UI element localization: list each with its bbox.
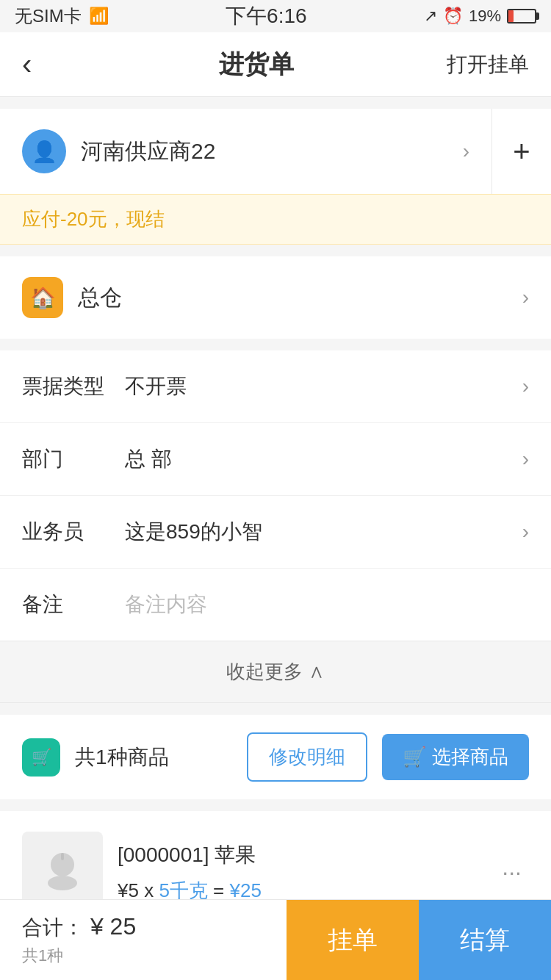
open-hang-button[interactable]: 打开挂单: [447, 51, 529, 79]
salesperson-value: 这是859的小智: [125, 518, 515, 546]
remark-placeholder: 备注内容: [125, 591, 529, 619]
nav-bar: ‹ 进货单 打开挂单: [0, 32, 551, 97]
supplier-avatar: 👤: [22, 129, 66, 173]
product-total: ¥25: [230, 879, 262, 901]
product-name: [0000001] 苹果: [118, 841, 480, 869]
warning-text: 应付-20元，现结: [22, 208, 165, 230]
warehouse-name: 总仓: [78, 283, 515, 313]
invoice-label: 票据类型: [22, 372, 110, 400]
main-content: 👤 河南供应商22 › + 应付-20元，现结 🏠 总仓 › 票据类型 不开票 …: [0, 97, 551, 980]
supplier-chevron-icon: ›: [463, 140, 469, 163]
back-button[interactable]: ‹: [22, 48, 66, 81]
edit-detail-button[interactable]: 修改明细: [247, 732, 367, 782]
status-time: 下午6:16: [226, 2, 307, 30]
products-header: 🛒 共1种商品 修改明细 🛒 选择商品: [0, 715, 551, 799]
warning-banner: 应付-20元，现结: [0, 194, 551, 245]
total-amount: 合计： ¥ 25: [22, 913, 264, 942]
product-unit-price: ¥5: [118, 879, 139, 901]
supplier-row[interactable]: 👤 河南供应商22 ›: [0, 109, 492, 194]
invoice-type-row[interactable]: 票据类型 不开票 ›: [0, 350, 551, 423]
products-count: 共1种商品: [75, 743, 232, 771]
product-thumb-icon: [33, 843, 92, 901]
bottom-total: 合计： ¥ 25 共1种: [0, 900, 287, 980]
battery-icon: [507, 9, 536, 24]
dept-label: 部门: [22, 445, 110, 473]
product-equals: =: [213, 879, 229, 901]
bottom-bar: 合计： ¥ 25 共1种 挂单 结算: [0, 899, 551, 980]
status-right: ↗ ⏰ 19%: [424, 7, 536, 26]
product-qty: 5千克: [159, 879, 207, 901]
collapse-label: 收起更多 ∧: [226, 659, 324, 685]
products-icon: 🛒: [22, 738, 60, 777]
warehouse-icon: 🏠: [22, 277, 63, 318]
total-count: 共1种: [22, 945, 264, 967]
svg-point-1: [48, 876, 77, 890]
product-more-button[interactable]: ···: [494, 851, 529, 893]
avatar-icon: 👤: [32, 140, 57, 164]
status-left: 无SIM卡 📶: [15, 4, 109, 28]
dept-row[interactable]: 部门 总 部 ›: [0, 423, 551, 496]
status-bar: 无SIM卡 📶 下午6:16 ↗ ⏰ 19%: [0, 0, 551, 32]
salesperson-chevron-icon: ›: [522, 520, 529, 544]
product-info: [0000001] 苹果 ¥5 x 5千克 = ¥25: [118, 841, 480, 904]
invoice-value: 不开票: [125, 372, 515, 400]
select-product-label: 选择商品: [432, 744, 508, 770]
battery-percent: 19%: [469, 7, 501, 26]
salesperson-label: 业务员: [22, 518, 110, 546]
remark-row[interactable]: 备注 备注内容: [0, 569, 551, 641]
wifi-icon: 📶: [89, 7, 109, 26]
divider-1: [0, 97, 551, 109]
supplier-name: 河南供应商22: [81, 137, 455, 167]
remark-label: 备注: [22, 591, 110, 619]
alarm-icon: ⏰: [443, 7, 463, 26]
total-value: ¥ 25: [90, 913, 136, 940]
carrier-label: 无SIM卡: [15, 4, 82, 28]
select-product-icon: 🛒: [403, 746, 426, 768]
add-supplier-button[interactable]: +: [492, 115, 551, 189]
total-label: 合计：: [22, 916, 84, 939]
hang-button[interactable]: 挂单: [287, 900, 419, 980]
supplier-section: 👤 河南供应商22 › +: [0, 109, 551, 194]
collapse-row[interactable]: 收起更多 ∧: [0, 641, 551, 703]
invoice-chevron-icon: ›: [522, 375, 529, 398]
location-icon: ↗: [424, 7, 437, 26]
dept-chevron-icon: ›: [522, 447, 529, 471]
product-multiply: x: [144, 879, 159, 901]
warehouse-chevron-icon: ›: [522, 286, 529, 309]
product-code: [0000001]: [118, 843, 209, 866]
salesperson-row[interactable]: 业务员 这是859的小智 ›: [0, 496, 551, 569]
select-product-button[interactable]: 🛒 选择商品: [382, 734, 529, 780]
dept-value: 总 部: [125, 445, 515, 473]
svg-rect-2: [61, 853, 64, 860]
warehouse-section[interactable]: 🏠 总仓 ›: [0, 256, 551, 339]
form-section: 票据类型 不开票 › 部门 总 部 › 业务员 这是859的小智 › 备注 备注…: [0, 350, 551, 641]
product-title: 苹果: [215, 843, 256, 866]
page-title: 进货单: [219, 48, 294, 82]
checkout-button[interactable]: 结算: [419, 900, 551, 980]
